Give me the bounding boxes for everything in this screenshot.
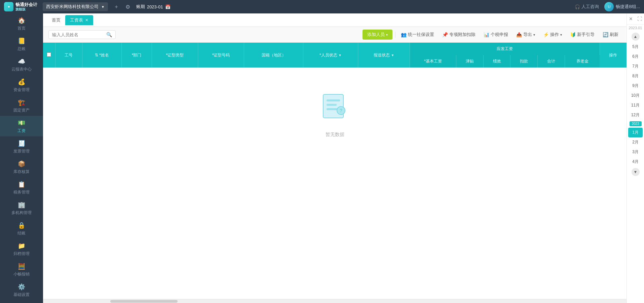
invoice-icon: 🧾 xyxy=(18,140,25,147)
fixed-assets-icon: 🏗️ xyxy=(18,99,25,106)
th-employee-id: 工号 xyxy=(55,43,82,68)
company-selector[interactable]: 西安虾米网络科技有限公司 ▼ xyxy=(43,2,108,11)
sidebar-item-invoice[interactable]: 🧾 发票管理 xyxy=(0,136,43,157)
settings-icon[interactable]: ⚙ xyxy=(123,2,132,11)
expand-icon[interactable]: ⛶ xyxy=(637,16,642,21)
year-2023-badge: 2023 xyxy=(630,121,642,126)
sidebar-item-inventory[interactable]: 📦 库存核算 xyxy=(0,157,43,177)
tab-bar: 首页 工资表 ✕ xyxy=(43,13,627,27)
th-pension: 养老金 xyxy=(565,55,600,68)
logo-icon: ✦ xyxy=(4,2,13,11)
sidebar-item-cloud-report[interactable]: ☁️ 云报表中心 xyxy=(0,54,43,75)
chevron-down-icon: ▼ xyxy=(101,5,105,9)
month-6-2022[interactable]: 6月 xyxy=(627,52,644,61)
horizontal-scrollbar[interactable] xyxy=(43,299,627,303)
search-box[interactable]: 🔍 xyxy=(48,30,116,39)
period-display: 账期 2023-01 📅 xyxy=(136,4,171,10)
th-name: ⇅ *姓名 xyxy=(82,43,121,68)
toolbar: 🔍 添加人员 ▾ 👥 统一社保设置 📌 xyxy=(43,27,627,43)
tax-icon: 📊 xyxy=(484,32,489,37)
current-period: 2023.01 xyxy=(627,25,644,31)
refresh-icon: 🔄 xyxy=(603,32,608,37)
topbar-actions: ＋ ⚙ xyxy=(112,2,132,11)
add-person-button[interactable]: 添加人员 ▾ xyxy=(363,30,392,40)
sidebar-item-closing[interactable]: 🔒 结账 xyxy=(0,218,43,239)
cloud-icon: ☁️ xyxy=(18,58,25,65)
empty-state: ? 暂无数据 xyxy=(43,68,627,158)
multi-org-icon: 🏢 xyxy=(18,201,25,209)
guide-btn-icon: 🔰 xyxy=(570,32,576,37)
scroll-down-button[interactable]: ▼ xyxy=(632,168,640,176)
app-logo: ✦ 畅通好会计 旗舰版 xyxy=(4,2,37,11)
headset-icon: 🎧 xyxy=(575,4,580,9)
social-security-button[interactable]: 👥 统一社保设置 xyxy=(398,30,437,39)
tab-close-icon[interactable]: ✕ xyxy=(85,18,88,23)
th-action: 操作 xyxy=(600,43,627,68)
month-1-2023[interactable]: 1月 xyxy=(628,128,643,137)
export-button[interactable]: 📤 导出 ▾ xyxy=(514,30,538,39)
ledger-icon: 📒 xyxy=(18,37,25,45)
th-department: *部门 xyxy=(121,43,152,68)
sidebar-item-ledger[interactable]: 📒 总账 xyxy=(0,34,43,54)
operations-button[interactable]: ⚡ 操作 ▾ xyxy=(540,30,565,39)
sidebar-item-multi-org[interactable]: 🏢 多机构管理 xyxy=(0,198,43,218)
salary-table: 工号 ⇅ *姓名 *部门 *证型类型 *证型号码 国籍（地区） *人员状态 ▼ xyxy=(43,43,627,68)
chevron-down-icon: ▾ xyxy=(533,33,535,37)
sidebar-item-expense[interactable]: 🧮 小畅报销 xyxy=(0,259,43,280)
main-content: 🔍 添加人员 ▾ 👥 统一社保设置 📌 xyxy=(43,27,627,303)
operations-icon: ⚡ xyxy=(543,32,549,37)
salary-icon: 💵 xyxy=(18,119,25,127)
divider xyxy=(395,32,395,38)
month-11-2022[interactable]: 11月 xyxy=(627,100,644,110)
sidebar-item-guide[interactable]: 🔰 新手引导 xyxy=(0,300,43,303)
th-total: 合计 xyxy=(538,55,565,68)
month-2-2023[interactable]: 2月 xyxy=(627,137,644,147)
content-area: 首页 工资表 ✕ 🔍 添加人员 xyxy=(43,13,627,303)
month-5-2022[interactable]: 5月 xyxy=(627,42,644,52)
refresh-button[interactable]: 🔄 刷新 xyxy=(600,30,621,39)
toolbar-right: 添加人员 ▾ 👥 统一社保设置 📌 专项附加扣除 xyxy=(363,30,621,40)
tax-icon: 📋 xyxy=(18,181,25,188)
chevron-down-icon: ▾ xyxy=(386,33,388,37)
special-deduction-button[interactable]: 📌 专项附加扣除 xyxy=(440,30,478,39)
export-icon: 📤 xyxy=(516,32,522,37)
chevron-down-icon: ▾ xyxy=(560,33,562,37)
th-deduction: 扣款 xyxy=(510,55,538,68)
settings-sidebar-icon: ⚙️ xyxy=(18,283,25,291)
month-9-2022[interactable]: 9月 xyxy=(627,81,644,91)
table-container: 工号 ⇅ *姓名 *部门 *证型类型 *证型号码 国籍（地区） *人员状态 ▼ xyxy=(43,43,627,299)
filter-icon2[interactable]: ▼ xyxy=(391,53,394,57)
month-4-2023[interactable]: 4月 xyxy=(627,157,644,167)
month-7-2022[interactable]: 7月 xyxy=(627,61,644,71)
month-8-2022[interactable]: 8月 xyxy=(627,71,644,81)
add-icon[interactable]: ＋ xyxy=(112,2,121,11)
tab-home[interactable]: 首页 xyxy=(47,15,65,25)
sidebar-item-fund[interactable]: 💰 资金管理 xyxy=(0,75,43,95)
guide-button[interactable]: 🔰 新手引导 xyxy=(567,30,597,39)
close-icon[interactable]: ✕ xyxy=(629,16,633,21)
month-12-2022[interactable]: 12月 xyxy=(627,110,644,120)
svg-rect-3 xyxy=(327,108,338,110)
sidebar-item-tax[interactable]: 📋 税务管理 xyxy=(0,177,43,198)
home-icon: 🏠 xyxy=(18,17,25,24)
sidebar-item-settings[interactable]: ⚙️ 基础设置 xyxy=(0,280,43,300)
sidebar-item-home[interactable]: 🏠 首页 xyxy=(0,13,43,34)
sidebar-item-salary[interactable]: 💵 工资 xyxy=(0,116,43,136)
search-input[interactable] xyxy=(52,32,106,37)
tab-salary-table[interactable]: 工资表 ✕ xyxy=(65,15,93,25)
right-panel-header: ✕ ⛶ xyxy=(627,13,644,25)
month-3-2023[interactable]: 3月 xyxy=(627,147,644,157)
scrollbar-thumb[interactable] xyxy=(110,300,178,303)
social-security-icon: 👥 xyxy=(401,32,407,37)
filter-icon[interactable]: ▼ xyxy=(338,53,342,57)
sidebar-item-archive[interactable]: 📁 归档管理 xyxy=(0,239,43,259)
empty-text: 暂无数据 xyxy=(326,132,344,138)
scroll-up-button[interactable]: ▲ xyxy=(632,33,640,41)
sidebar-item-fixed-assets[interactable]: 🏗️ 固定资产 xyxy=(0,95,43,116)
month-10-2022[interactable]: 10月 xyxy=(627,91,644,100)
service-button[interactable]: 🎧 人工咨询 xyxy=(575,4,599,10)
calendar-icon[interactable]: 📅 xyxy=(165,4,171,9)
select-all-checkbox[interactable] xyxy=(47,52,51,57)
th-payroll-group: 应发工资 xyxy=(410,43,600,55)
tax-declaration-button[interactable]: 📊 个税申报 xyxy=(481,30,511,39)
